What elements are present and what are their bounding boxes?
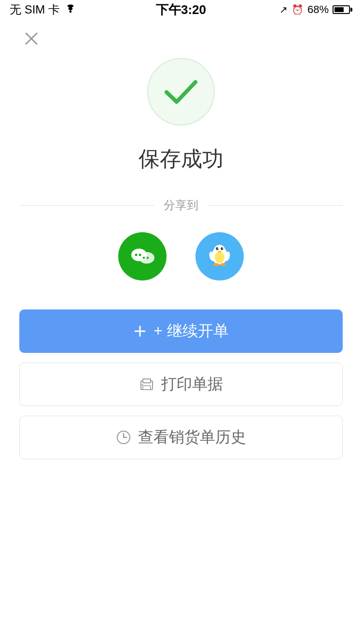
continue-order-label: + 继续开单 [153,321,229,342]
status-bar: 无 SIM 卡 下午3:20 ↗ ⏰ 68% [0,0,362,19]
svg-point-10 [216,247,219,250]
qq-icon [205,242,234,271]
svg-rect-22 [143,379,151,383]
svg-point-24 [142,384,143,386]
battery-percent: 68% [307,3,329,16]
wechat-share-button[interactable] [118,232,167,280]
svg-point-14 [215,252,224,263]
wifi-icon [64,4,77,15]
divider-line-left [19,205,154,206]
continue-order-button[interactable]: + 继续开单 [19,309,343,353]
divider-label: 分享到 [154,197,208,213]
svg-rect-23 [143,386,151,390]
divider-line-right [208,205,343,206]
svg-point-15 [213,263,219,266]
location-icon: ↗ [279,4,288,15]
print-label: 打印单据 [161,374,223,395]
svg-point-7 [146,257,148,259]
battery-icon [333,5,352,14]
history-label: 查看销货单历史 [138,427,246,448]
history-icon [116,430,131,445]
svg-point-12 [218,248,219,249]
checkmark-icon [164,79,198,105]
print-button[interactable]: 打印单据 [19,363,343,406]
status-left: 无 SIM 卡 [10,2,77,17]
svg-point-5 [139,254,141,256]
success-icon-circle [147,58,215,126]
share-divider: 分享到 [0,197,362,213]
wechat-icon [129,244,156,268]
svg-point-13 [223,248,223,249]
alarm-icon: ⏰ [292,4,304,15]
no-sim-text: 无 SIM 卡 [10,2,60,17]
plus-icon [133,324,147,338]
success-title: 保存成功 [139,145,223,173]
status-right: ↗ ⏰ 68% [279,3,352,16]
main-content: 保存成功 分享到 [0,19,362,459]
svg-point-11 [221,247,223,250]
close-button[interactable] [19,27,43,51]
share-icons-row [118,232,244,280]
action-buttons: + 继续开单 打印单据 查看销货单历史 [0,309,362,459]
svg-point-6 [142,257,144,259]
printer-icon [139,377,154,392]
svg-point-16 [220,263,226,266]
history-button[interactable]: 查看销货单历史 [19,416,343,459]
qq-share-button[interactable] [195,232,244,280]
svg-point-4 [135,254,137,256]
status-time: 下午3:20 [156,1,206,18]
